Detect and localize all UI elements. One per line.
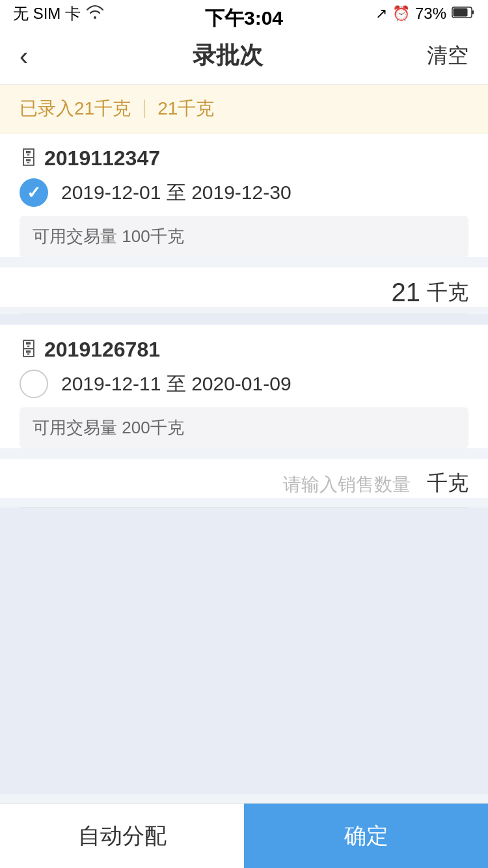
batch-1-quantity-unit: 千克 — [427, 278, 468, 307]
batch-card-1: 🗄 2019112347 ✓ 2019-12-01 至 2019-12-30 可… — [0, 133, 488, 257]
section-separator-1 — [0, 314, 488, 325]
auto-distribute-label: 自动分配 — [78, 821, 167, 851]
batch-2-avail: 可用交易量 200千克 — [20, 407, 468, 448]
svg-rect-2 — [454, 8, 468, 17]
batch-1-id: 2019112347 — [44, 146, 160, 170]
input-unit: 千克 — [427, 469, 468, 498]
auto-distribute-button[interactable]: 自动分配 — [0, 804, 244, 868]
battery-text: 73% — [415, 5, 446, 23]
batch-1-quantity-value: 21 — [392, 278, 421, 307]
battery-icon — [452, 5, 475, 23]
batch-1-radio[interactable]: ✓ — [20, 178, 48, 207]
batch-1-date: 2019-12-01 至 2019-12-30 — [61, 180, 291, 206]
alarm-icon: ⏰ — [392, 5, 410, 22]
batch-2-icon: 🗄 — [20, 339, 38, 360]
batch-2-row: 2019-12-11 至 2020-01-09 — [20, 370, 468, 398]
batch-2-radio[interactable] — [20, 370, 48, 398]
batch-1-header: 🗄 2019112347 — [20, 146, 468, 170]
batch-card-2: 🗄 2019126781 2019-12-11 至 2020-01-09 可用交… — [0, 325, 488, 448]
batch-2-id: 2019126781 — [44, 338, 160, 362]
batch-2-header: 🗄 2019126781 — [20, 338, 468, 362]
location-icon: ↗ — [375, 5, 387, 22]
quantity-input[interactable] — [160, 472, 420, 496]
svg-rect-1 — [472, 10, 474, 14]
confirm-button[interactable]: 确定 — [244, 804, 488, 868]
batch-1-quantity-row: 21 千克 — [0, 267, 488, 307]
status-time: 下午3:04 — [205, 5, 283, 32]
back-button[interactable]: ‹ — [20, 43, 28, 69]
carrier-text: 无 SIM 卡 — [13, 3, 81, 24]
wifi-icon — [86, 5, 104, 23]
status-left: 无 SIM 卡 — [13, 3, 104, 24]
batch-1-avail: 可用交易量 100千克 — [20, 216, 468, 257]
empty-area — [0, 508, 488, 794]
bottom-bar: 自动分配 确定 — [0, 803, 488, 868]
batch-1-row: ✓ 2019-12-01 至 2019-12-30 — [20, 178, 468, 207]
status-right: ↗ ⏰ 73% — [375, 5, 475, 23]
check-icon: ✓ — [27, 183, 41, 203]
info-divider — [144, 100, 144, 118]
status-bar: 无 SIM 卡 下午3:04 ↗ ⏰ 73% — [0, 0, 488, 27]
batch-2-input-row: 千克 — [0, 459, 488, 498]
batch-1-icon: 🗄 — [20, 148, 38, 169]
clear-button[interactable]: 清空 — [427, 42, 468, 70]
confirm-label: 确定 — [344, 821, 388, 851]
info-value: 21千克 — [157, 96, 214, 121]
nav-bar: ‹ 录批次 清空 — [0, 27, 488, 85]
info-banner: 已录入21千克 21千克 — [0, 85, 488, 133]
batch-2-date: 2019-12-11 至 2020-01-09 — [61, 371, 291, 398]
info-label: 已录入21千克 — [20, 96, 131, 121]
page-title: 录批次 — [193, 40, 263, 72]
